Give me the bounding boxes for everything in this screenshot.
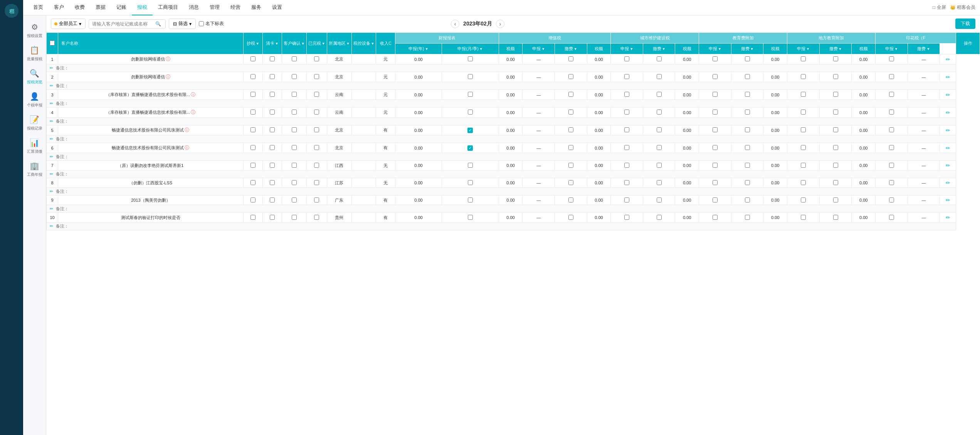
cs-che-checkbox[interactable] bbox=[657, 197, 662, 202]
qingka-checkbox[interactable] bbox=[270, 180, 275, 185]
cs-shen-checkbox[interactable] bbox=[624, 110, 629, 115]
confirm-checkbox[interactable] bbox=[292, 56, 297, 61]
wanshui-checkbox[interactable] bbox=[314, 215, 319, 220]
confirm-checkbox[interactable] bbox=[292, 197, 297, 202]
employee-filter[interactable]: 全部员工 ▾ bbox=[51, 19, 86, 29]
caibao-year-checkbox[interactable] bbox=[468, 215, 473, 220]
jy-shen-checkbox[interactable] bbox=[713, 180, 718, 185]
caibao-year-checkbox[interactable] bbox=[468, 197, 473, 202]
company-name-cell[interactable]: 勿删新锐网络通信ⓘ bbox=[58, 72, 244, 82]
confirm-checkbox[interactable] bbox=[292, 74, 297, 79]
sidebar-item-tax-settings[interactable]: ⚙ 报税设置 bbox=[25, 19, 45, 42]
edit-icon[interactable]: ✏ bbox=[946, 162, 950, 169]
edit-icon[interactable]: ✏ bbox=[946, 74, 950, 80]
chaoshui-checkbox[interactable] bbox=[250, 163, 256, 168]
qingka-checkbox[interactable] bbox=[270, 74, 275, 79]
fullscreen-btn[interactable]: □ 全屏 bbox=[933, 4, 946, 11]
confirm-checkbox[interactable] bbox=[292, 180, 297, 185]
df-shen-checkbox[interactable] bbox=[801, 56, 806, 61]
yh-shen-checkbox[interactable] bbox=[889, 145, 894, 150]
company-name-cell[interactable]: 勿删新锐网络通信ⓘ bbox=[58, 54, 244, 64]
df-che-checkbox[interactable] bbox=[833, 110, 838, 115]
zz-che-checkbox[interactable] bbox=[568, 56, 573, 61]
cs-shen-checkbox[interactable] bbox=[624, 163, 629, 168]
caibao-year-checkbox[interactable] bbox=[468, 110, 473, 115]
qingka-checkbox[interactable] bbox=[270, 215, 275, 220]
cs-shen-checkbox[interactable] bbox=[624, 92, 629, 97]
df-che-checkbox[interactable] bbox=[833, 56, 838, 61]
chaoshui-checkbox[interactable] bbox=[250, 127, 256, 132]
mingxia-checkbox[interactable] bbox=[199, 21, 204, 26]
df-che-checkbox[interactable] bbox=[833, 197, 838, 202]
next-month-btn[interactable]: › bbox=[496, 20, 504, 28]
zz-che-checkbox[interactable] bbox=[568, 92, 573, 97]
wanshui-checkbox[interactable] bbox=[314, 145, 319, 150]
chaoshui-checkbox[interactable] bbox=[250, 180, 256, 185]
cs-che-checkbox[interactable] bbox=[657, 56, 662, 61]
df-shen-checkbox[interactable] bbox=[801, 92, 806, 97]
sidebar-item-tax-record[interactable]: 📝 报税记录 bbox=[25, 112, 45, 134]
jy-che-checkbox[interactable] bbox=[745, 56, 750, 61]
chaoshui-checkbox[interactable] bbox=[250, 215, 256, 220]
jy-shen-checkbox[interactable] bbox=[713, 74, 718, 79]
confirm-checkbox[interactable] bbox=[292, 215, 297, 220]
mingxia-checkbox-label[interactable]: 名下标表 bbox=[199, 20, 224, 27]
yh-shen-checkbox[interactable] bbox=[889, 74, 894, 79]
nav-settings[interactable]: 设置 bbox=[267, 0, 287, 15]
df-shen-checkbox[interactable] bbox=[801, 145, 806, 150]
chaoshui-checkbox[interactable] bbox=[250, 197, 256, 202]
yh-shen-checkbox[interactable] bbox=[889, 110, 894, 115]
cs-che-checkbox[interactable] bbox=[657, 92, 662, 97]
chaoshui-checkbox[interactable] bbox=[250, 92, 256, 97]
sidebar-item-settlement[interactable]: 📊 汇算清缴 bbox=[25, 135, 45, 157]
jy-che-checkbox[interactable] bbox=[745, 127, 750, 132]
zz-che-checkbox[interactable] bbox=[568, 127, 573, 132]
nav-manage[interactable]: 管理 bbox=[204, 0, 225, 15]
wanshui-checkbox[interactable] bbox=[314, 74, 319, 79]
qingka-checkbox[interactable] bbox=[270, 110, 275, 115]
cs-che-checkbox[interactable] bbox=[657, 74, 662, 79]
caibao-year-checkbox[interactable] bbox=[468, 180, 473, 185]
zz-che-checkbox[interactable] bbox=[568, 74, 573, 79]
company-name-cell[interactable]: 畅捷通信息技术股份有限公司民珠测试ⓘ bbox=[58, 125, 244, 135]
jy-shen-checkbox[interactable] bbox=[713, 56, 718, 61]
jy-che-checkbox[interactable] bbox=[745, 74, 750, 79]
jy-che-checkbox[interactable] bbox=[745, 145, 750, 150]
filter-button[interactable]: ⊟ 筛选 ▾ bbox=[169, 19, 196, 29]
nav-fee[interactable]: 收费 bbox=[69, 0, 90, 15]
caibao-year-checkbox[interactable] bbox=[468, 92, 473, 97]
df-shen-checkbox[interactable] bbox=[801, 180, 806, 185]
df-che-checkbox[interactable] bbox=[833, 163, 838, 168]
jy-che-checkbox[interactable] bbox=[745, 110, 750, 115]
cs-shen-checkbox[interactable] bbox=[624, 74, 629, 79]
qingka-checkbox[interactable] bbox=[270, 92, 275, 97]
jy-shen-checkbox[interactable] bbox=[713, 145, 718, 150]
zz-che-checkbox[interactable] bbox=[568, 197, 573, 202]
chaoshui-checkbox[interactable] bbox=[250, 145, 256, 150]
wanshui-checkbox[interactable] bbox=[314, 110, 319, 115]
company-name-cell[interactable]: 2013（陶美劳勿删） bbox=[58, 196, 244, 205]
qingka-checkbox[interactable] bbox=[270, 127, 275, 132]
qingka-checkbox[interactable] bbox=[270, 56, 275, 61]
company-name-cell[interactable]: （原）误删勿改李艳芬测试斯养新1 bbox=[58, 161, 244, 170]
qingka-checkbox[interactable] bbox=[270, 145, 275, 150]
cs-che-checkbox[interactable] bbox=[657, 127, 662, 132]
qingka-checkbox[interactable] bbox=[270, 197, 275, 202]
jy-shen-checkbox[interactable] bbox=[713, 127, 718, 132]
confirm-checkbox[interactable] bbox=[292, 110, 297, 115]
nav-tax[interactable]: 报税 bbox=[132, 0, 153, 15]
cs-che-checkbox[interactable] bbox=[657, 163, 662, 168]
qingka-checkbox[interactable] bbox=[270, 163, 275, 168]
wanshui-checkbox[interactable] bbox=[314, 127, 319, 132]
member-btn[interactable]: 👑 稻客会员 bbox=[950, 4, 975, 11]
df-che-checkbox[interactable] bbox=[833, 180, 838, 185]
wanshui-checkbox[interactable] bbox=[314, 56, 319, 61]
cs-che-checkbox[interactable] bbox=[657, 110, 662, 115]
confirm-checkbox[interactable] bbox=[292, 145, 297, 150]
company-name-cell[interactable]: （库存核算）直播畅捷通信息技术股份有限...ⓘ bbox=[58, 90, 244, 100]
jy-che-checkbox[interactable] bbox=[745, 92, 750, 97]
sidebar-item-personal-tax[interactable]: 👤 个税申报 bbox=[25, 89, 45, 111]
confirm-checkbox[interactable] bbox=[292, 163, 297, 168]
cs-che-checkbox[interactable] bbox=[657, 180, 662, 185]
edit-icon[interactable]: ✏ bbox=[946, 92, 950, 98]
